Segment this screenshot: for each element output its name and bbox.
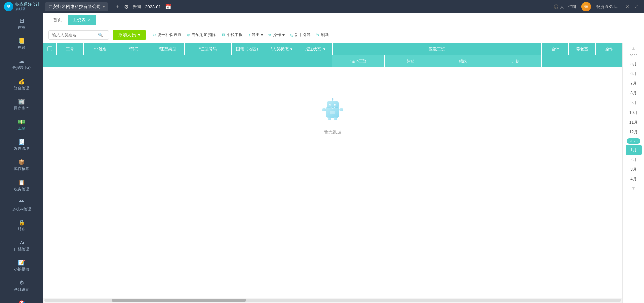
month-2022-08[interactable]: 8月 [626, 88, 642, 98]
app-logo: 畅 畅应通好会计 旗舰版 [4, 2, 40, 11]
inventory-icon: 📦 [18, 159, 25, 165]
sidebar-item-salary[interactable]: 💵 工资 [0, 115, 43, 135]
deduction-header: 养老基 [569, 43, 596, 55]
special-deduction-action[interactable]: ⊕ 专项附加扣除 [187, 32, 216, 38]
sidebar-item-guide[interactable]: 🎯 新手引导 [0, 296, 43, 303]
tab-close-icon[interactable]: ✕ [88, 18, 91, 23]
refresh-action[interactable]: ↻ 刷新 [316, 32, 329, 38]
archive-icon: 🗂 [19, 240, 24, 246]
department-header: *部门 [117, 43, 151, 55]
personal-tax-action[interactable]: 🖥 个税申报 [221, 32, 243, 38]
logo-icon: 畅 [4, 2, 13, 11]
sidebar-item-tax[interactable]: 📋 税务管理 [0, 175, 43, 196]
month-2022-06[interactable]: 6月 [626, 69, 642, 79]
tab-home[interactable]: 首页 [48, 15, 67, 25]
cloud-icon: ☁ [19, 58, 24, 64]
year-2022-label: 2022 [629, 52, 637, 59]
close-button[interactable]: ✕ [624, 4, 631, 9]
ledger-icon: 📒 [18, 38, 25, 44]
social-security-action[interactable]: ⚙ 统一社保设置 [152, 32, 182, 38]
horizontal-scrollbar[interactable] [43, 298, 622, 303]
headset-icon: 🎧 [554, 4, 559, 9]
export-icon: ↑ [248, 33, 250, 37]
checkbox-header[interactable] [43, 43, 56, 55]
salary-table: 工号 ↕ *姓名 *部门 *证型类型 *证型号码 国籍（地区） *人员状态 ▼ … [43, 43, 622, 298]
user-name: 畅捷通B组... [596, 4, 618, 10]
refresh-icon: ↻ [316, 33, 319, 37]
month-2022-05[interactable]: 5月 [626, 59, 642, 69]
scroll-track[interactable] [44, 299, 621, 302]
svg-rect-9 [339, 108, 343, 111]
sidebar-item-expense[interactable]: 📝 小畅报销 [0, 255, 43, 275]
tab-bar: 首页 工资表 ✕ [43, 13, 644, 27]
sidebar-item-settings[interactable]: ⚙ 基础设置 [0, 275, 43, 296]
sidebar-item-multi-org[interactable]: 🏛 多机构管理 [0, 196, 43, 215]
export-action[interactable]: ↑ 导出 ▾ [248, 32, 263, 38]
empty-state: 暂无数据 [46, 70, 619, 162]
sidebar-item-close-account[interactable]: 🔒 结账 [0, 215, 43, 235]
month-2023-01[interactable]: 1月 [626, 145, 642, 155]
export-arrow-icon: ▾ [261, 33, 263, 37]
month-2023-04[interactable]: 4月 [626, 174, 642, 184]
sidebar-item-fund[interactable]: 💰 资金管理 [0, 74, 43, 94]
new-guide-icon: ◎ [290, 33, 293, 37]
sidebar-item-fixed-assets[interactable]: 🏢 固定资产 [0, 94, 43, 115]
year-2023-badge: 2023 [627, 138, 640, 144]
multi-org-icon: 🏛 [19, 200, 24, 206]
scroll-up-arrow[interactable]: ▲ [630, 44, 637, 52]
scroll-down-arrow[interactable]: ▼ [630, 184, 637, 192]
toolbar: 🔍 添加人员 ▾ ⚙ 统一社保设置 ⊕ 专项附加扣除 [43, 27, 644, 43]
month-2023-03[interactable]: 3月 [626, 165, 642, 174]
service-button[interactable]: 🎧 人工咨询 [554, 4, 576, 10]
id-number-header: *证型号码 [184, 43, 231, 55]
name-header[interactable]: ↕ *姓名 [83, 43, 117, 55]
status-header[interactable]: *人员状态 ▼ [265, 43, 299, 55]
country-header: 国籍（地区） [231, 43, 265, 55]
fund-icon: 💰 [18, 78, 25, 85]
settings-sidebar-icon: ⚙ [19, 279, 24, 286]
new-guide-action[interactable]: ◎ 新手引导 [290, 32, 311, 38]
id-type-header: *证型类型 [151, 43, 184, 55]
select-all-checkbox[interactable] [47, 46, 52, 51]
user-avatar[interactable]: 畅 [581, 2, 591, 11]
add-arrow-icon: ▾ [138, 32, 140, 37]
month-2022-09[interactable]: 9月 [626, 98, 642, 108]
search-box[interactable]: 🔍 [48, 30, 109, 40]
guide-icon: 🎯 [18, 300, 25, 303]
svg-rect-10 [328, 117, 331, 120]
month-selector-panel: ▲ 2022 5月 6月 7月 8月 9月 10月 11月 12月 2023 1… [622, 43, 644, 303]
month-2022-07[interactable]: 7月 [626, 79, 642, 88]
month-2022-11[interactable]: 11月 [626, 118, 642, 127]
tab-salary-table[interactable]: 工资表 ✕ [68, 15, 96, 25]
operations-arrow-icon: ▾ [282, 33, 285, 37]
add-icon[interactable]: ＋ [115, 3, 120, 10]
operations-action[interactable]: ✏ 操作 ▾ [268, 32, 285, 38]
settings-icon[interactable]: ⚙ [124, 4, 129, 10]
report-status-header[interactable]: 报送状态 ▼ [299, 43, 332, 55]
month-2022-12[interactable]: 12月 [626, 127, 642, 137]
sidebar-item-inventory[interactable]: 📦 库存核算 [0, 155, 43, 175]
svg-rect-12 [330, 111, 335, 114]
empty-state-cell: 暂无数据 [43, 67, 622, 165]
svg-rect-11 [334, 117, 337, 120]
toolbar-actions: ⚙ 统一社保设置 ⊕ 专项附加扣除 🖥 个税申报 ↑ [152, 32, 329, 38]
empty-text: 暂无数据 [324, 129, 341, 135]
sidebar-item-invoice[interactable]: 🧾 发票管理 [0, 135, 43, 155]
maximize-button[interactable]: ⤢ [633, 4, 640, 9]
month-2023-02[interactable]: 2月 [626, 155, 642, 165]
sidebar-item-archive[interactable]: 🗂 归档管理 [0, 235, 43, 255]
sidebar-item-home[interactable]: ⊞ 首页 [0, 13, 43, 34]
month-2022-10[interactable]: 10月 [626, 108, 642, 118]
calendar-icon[interactable]: 📅 [165, 4, 171, 9]
sidebar-item-ledger[interactable]: 📒 总账 [0, 34, 43, 54]
search-input[interactable] [52, 33, 96, 37]
company-selector[interactable]: 西安虾米网络科技有限公司 ▾ [45, 2, 108, 11]
fixed-assets-icon: 🏢 [18, 98, 25, 105]
home-icon: ⊞ [20, 17, 24, 24]
add-employee-button[interactable]: 添加人员 ▾ [113, 30, 146, 40]
performance-header: 绩效 [437, 55, 489, 67]
sidebar-item-cloud-report[interactable]: ☁ 云报表中心 [0, 54, 43, 74]
svg-rect-1 [327, 101, 339, 108]
special-deduction-icon: ⊕ [187, 33, 190, 37]
scroll-thumb[interactable] [112, 299, 246, 302]
